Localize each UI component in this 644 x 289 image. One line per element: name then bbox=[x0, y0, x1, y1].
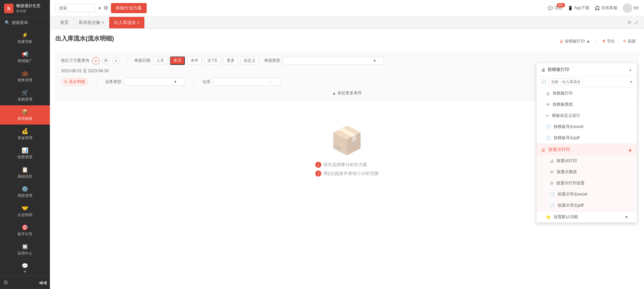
basic-icon: 📋 bbox=[22, 166, 28, 173]
sidebar-item-guide[interactable]: 🎯 新手引导 bbox=[0, 221, 50, 240]
empty-illustration: 📦 bbox=[330, 125, 364, 156]
app-name: 畅捷通好生意 bbox=[16, 3, 40, 9]
sidebar-item-quick-nav[interactable]: ⚡ 快捷导航 bbox=[0, 28, 50, 48]
sidebar-item-system[interactable]: ⚙️ 系统管理 bbox=[0, 182, 50, 202]
sidebar-item-operation[interactable]: 📊 经营管理 bbox=[0, 144, 50, 163]
tab-close-all-button[interactable]: ✕ bbox=[627, 19, 632, 26]
sidebar-item-basic[interactable]: 📋 基础信息 bbox=[0, 163, 50, 182]
sales-icon: 💼 bbox=[22, 70, 28, 77]
dropdown-item-template-excel[interactable]: 📄 按模板导出excel bbox=[536, 121, 637, 132]
trial-button[interactable]: 体验行业方案 bbox=[111, 3, 147, 13]
refresh-icon: ↻ bbox=[623, 39, 626, 44]
business-type-arrow: ▾ bbox=[174, 79, 176, 84]
cooperation-icon: 🤝 bbox=[22, 205, 28, 211]
dropdown-item-set-default[interactable]: ⭐ 设置默认功能 ▾ bbox=[536, 211, 637, 222]
current-indicator: 📄 当前：出入库流水 ▾ bbox=[536, 76, 637, 88]
wechat-icon: 💬 bbox=[22, 263, 28, 268]
dropdown-item-display-pdf[interactable]: 📄 按显示导出pdf bbox=[536, 200, 637, 211]
dropdown-item-template-print[interactable]: 🖨 按模板打印 bbox=[536, 88, 637, 99]
dropdown-item-template-preview[interactable]: 👁 按模板预览 bbox=[536, 99, 637, 110]
marketing-icon: 📢 bbox=[22, 51, 28, 57]
warehouse-filter: 仓库 ··· bbox=[202, 78, 281, 86]
filter-add-button[interactable]: + bbox=[92, 57, 99, 64]
avatar-image bbox=[623, 3, 632, 13]
date-btn-last-month[interactable]: 上月 bbox=[153, 57, 167, 64]
filter-query-label: 按以下方案查询 + ⚙ « bbox=[61, 57, 120, 64]
date-btn-this-month[interactable]: 本月 bbox=[170, 56, 185, 65]
dropdown-item-display-settings[interactable]: ⚙ 按显示打印设置 bbox=[536, 178, 637, 189]
dropdown-print-icon: 🖨 bbox=[541, 67, 546, 72]
collapse-icon: ▲ bbox=[332, 91, 336, 96]
dropdown-item-display-preview[interactable]: 👁 按显示预览 bbox=[536, 166, 637, 178]
main-content: ▾ ⚙ 体验行业方案 💬 消息 99+ 📱 App下载 🎧 在线客服 bbox=[50, 0, 644, 289]
print-button[interactable]: 🖨 按模板打印 ▲ bbox=[557, 37, 593, 46]
settings-icon[interactable]: ⚙ bbox=[3, 279, 8, 286]
active-filter-tag[interactable]: ⊙ 流水明细 bbox=[61, 78, 88, 86]
topbar: ▾ ⚙ 体验行业方案 💬 消息 99+ 📱 App下载 🎧 在线客服 bbox=[50, 0, 644, 16]
tab-home[interactable]: 首页 bbox=[55, 17, 74, 28]
tab-inout[interactable]: 出入库流水 × bbox=[109, 17, 145, 28]
dropdown-item-template-custom[interactable]: ✏ 模板自定义设计 bbox=[536, 110, 637, 121]
dropdown-header: 🖨 按模板打印 ▲ bbox=[536, 63, 637, 76]
tab-batch[interactable]: 库存批次账 × bbox=[74, 17, 109, 28]
sidebar-item-inventory[interactable]: 📦 库存核算 bbox=[0, 105, 50, 125]
set-default-expand-icon: ▾ bbox=[625, 215, 627, 219]
tab-batch-close[interactable]: × bbox=[102, 20, 104, 25]
sidebar-item-cooperation[interactable]: 🤝 企业协同 bbox=[0, 202, 50, 221]
page-content: 出入库流水(流水明细) 🖨 按模板打印 ▲ | ⬆ 导出 ↻ 刷新 bbox=[50, 29, 644, 289]
date-filter: 单据日期 上月 本月 本年 近7天 更多 自定义 bbox=[134, 56, 259, 65]
sidebar-item-purchase[interactable]: 🛒 采购管理 bbox=[0, 86, 50, 105]
refresh-button[interactable]: ↻ 刷新 bbox=[620, 37, 639, 46]
print-icon: 🖨 bbox=[559, 39, 563, 44]
doc-type-select[interactable]: ▾ bbox=[283, 57, 384, 65]
user-avatar[interactable]: Rit bbox=[623, 3, 639, 13]
online-service-button[interactable]: 🎧 在线客服 bbox=[595, 5, 617, 11]
sidebar-item-wechat[interactable]: 💬 企业微信 bbox=[0, 259, 50, 268]
date-btn-this-year[interactable]: 本年 bbox=[187, 57, 202, 64]
collapse-icon[interactable]: ◀◀ bbox=[38, 279, 47, 286]
date-btn-7days[interactable]: 近7天 bbox=[204, 57, 221, 64]
date-btn-more[interactable]: 更多 bbox=[224, 57, 238, 64]
filter-tag-icon: ⊙ bbox=[64, 79, 67, 84]
app-logo: b 畅捷通好生意 标准版 bbox=[0, 0, 50, 17]
tabs-bar: 首页 库存批次账 × 出入库流水 × ✕ ⤢ bbox=[50, 16, 644, 29]
sidebar-item-marketing[interactable]: 📢 营销推广 bbox=[0, 48, 50, 67]
filter-collapse-button[interactable]: « bbox=[112, 57, 120, 64]
empty-steps-list: 1 请先选择要分析的方案 2 用[过滤]条件来缩小分析范围 bbox=[315, 162, 378, 179]
sidebar-item-apps[interactable]: 🔲 应用中心 bbox=[0, 240, 50, 259]
sidebar-search[interactable]: 🔍 搜索菜单 bbox=[0, 17, 50, 28]
template-pdf-icon: 📄 bbox=[546, 136, 551, 140]
tab-inout-close[interactable]: × bbox=[137, 20, 140, 25]
dropdown-collapse-icon[interactable]: ▲ bbox=[628, 68, 632, 72]
message-button[interactable]: 💬 消息 99+ bbox=[548, 5, 562, 11]
display-settings-icon: ⚙ bbox=[550, 181, 554, 186]
dropdown-item-display-print[interactable]: 🖨 按显示打印 bbox=[536, 155, 637, 166]
print-dropdown-panel: 🖨 按模板打印 ▲ 📄 当前：出入库流水 ▾ bbox=[536, 63, 637, 223]
template-excel-icon: 📄 bbox=[546, 125, 551, 129]
export-button[interactable]: ⬆ 导出 bbox=[599, 37, 618, 46]
app-download-button[interactable]: 📱 App下载 bbox=[568, 5, 589, 11]
dropdown-item-display-excel[interactable]: 📄 按显示导出excel bbox=[536, 189, 637, 200]
business-type-select[interactable]: ▾ bbox=[124, 78, 185, 86]
topbar-dropdown-button[interactable]: ▾ bbox=[98, 5, 101, 11]
warehouse-select[interactable]: ··· bbox=[213, 78, 281, 86]
operation-icon: 📊 bbox=[22, 147, 28, 154]
sidebar-item-sales[interactable]: 💼 销售管理 bbox=[0, 67, 50, 86]
display-print-group[interactable]: 🖨 按显示打印 ▲ bbox=[536, 144, 637, 155]
filter-settings-button[interactable]: ⚙ bbox=[102, 57, 110, 64]
display-excel-icon: 📄 bbox=[550, 192, 555, 197]
message-badge: 99+ bbox=[557, 3, 565, 7]
sidebar-scroll-down[interactable]: ▼ bbox=[0, 268, 50, 275]
topbar-search-input[interactable] bbox=[55, 4, 96, 12]
print-expand-icon: ▲ bbox=[586, 39, 590, 44]
date-btn-custom[interactable]: 自定义 bbox=[240, 57, 259, 64]
logo-icon: b bbox=[4, 4, 13, 13]
message-icon: 💬 bbox=[548, 6, 553, 10]
sidebar-item-finance[interactable]: 💰 资金管理 bbox=[0, 125, 50, 144]
topbar-gear-icon[interactable]: ⚙ bbox=[104, 5, 108, 11]
page-toolbar: 🖨 按模板打印 ▲ | ⬆ 导出 ↻ 刷新 bbox=[557, 37, 639, 46]
guide-icon: 🎯 bbox=[22, 224, 28, 231]
dropdown-item-template-pdf[interactable]: 📄 按模板导出pdf bbox=[536, 132, 637, 143]
tab-maximize-button[interactable]: ⤢ bbox=[634, 19, 639, 26]
display-print-expand-icon: ▲ bbox=[628, 147, 632, 152]
